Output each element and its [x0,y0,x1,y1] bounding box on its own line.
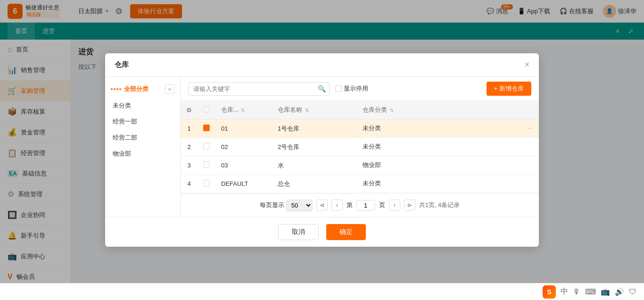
table-header-row: ⚙ 仓库... ⇅ 仓库名称 [181,101,539,119]
modal-header: 仓库 × [105,53,539,77]
category-all-text: 全部分类 [124,85,149,93]
warehouse-modal: 仓库 × 全部分类 « 未分类 经营一部 经 [105,53,539,247]
th-name: 仓库名称 ⇅ [272,101,357,119]
td-num: 4 [181,175,198,193]
td-checkbox[interactable] [198,175,215,193]
category-dots-icon [111,88,121,90]
modal-body: 全部分类 « 未分类 经营一部 经营二部 物业部 🔍 [105,77,539,217]
prev-page-button[interactable]: ‹ [331,200,343,211]
confirm-button[interactable]: 确定 [326,224,366,240]
more-icon[interactable]: ··· [527,124,533,133]
show-disabled-checkbox-box[interactable] [335,85,342,92]
td-name: 2号仓库 [272,138,357,156]
td-name: 水 [272,156,357,175]
td-name: 1号仓库 [272,119,357,138]
warehouse-table-wrap: ⚙ 仓库... ⇅ 仓库名称 [181,101,539,193]
td-checkbox[interactable] [198,138,215,156]
sort-code-icon[interactable]: ⇅ [241,108,245,113]
modal-footer: 取消 确定 [105,217,539,247]
cancel-button[interactable]: 取消 [278,224,319,240]
warehouse-table: ⚙ 仓库... ⇅ 仓库名称 [181,101,539,193]
td-category: 未分类 ··· [357,119,539,138]
category-collapse-button[interactable]: « [165,84,174,94]
category-item-0[interactable]: 未分类 [105,98,180,114]
show-disabled-checkbox[interactable]: 显示停用 [335,84,368,93]
th-category: 仓库分类 ⇅ [357,101,539,119]
td-num: 1 [181,119,198,138]
modal-title: 仓库 [115,60,129,69]
category-item-3[interactable]: 物业部 [105,146,180,162]
chinese-icon[interactable]: 中 [561,287,568,297]
bottom-right: S 中 🎙 ⌨ 📺 🔊 🛡 [543,285,636,299]
show-disabled-label: 显示停用 [344,84,368,93]
td-code: DEFAULT [215,175,272,193]
td-code: 01 [215,119,272,138]
td-name: 总仓 [272,175,357,193]
modal-toolbar: 🔍 显示停用 + 新增仓库 [181,77,539,101]
search-icon[interactable]: 🔍 [318,85,326,92]
th-checkbox [198,101,215,119]
last-page-button[interactable]: ⊳ [404,200,415,211]
category-item-1[interactable]: 经营一部 [105,114,180,130]
per-page-wrap: 每页显示 50 10 20 100 [260,200,313,211]
table-row[interactable]: 3 03 水 物业部 [181,156,539,175]
modal-close-button[interactable]: × [524,60,529,70]
page-prefix: 第 [347,201,353,209]
category-sidebar: 全部分类 « 未分类 经营一部 经营二部 物业部 [105,77,181,217]
td-code: 03 [215,156,272,175]
td-checkbox[interactable] [198,119,215,138]
settings-icon[interactable]: ⚙ [186,107,192,114]
td-num: 3 [181,156,198,175]
modal-overlay: 仓库 × 全部分类 « 未分类 经营一部 经 [0,0,644,300]
search-input[interactable] [188,82,330,96]
keyboard-icon[interactable]: ⌨ [585,287,596,296]
sort-name-icon[interactable]: ⇅ [305,108,309,113]
per-page-label: 每页显示 [260,201,284,209]
s-logo-icon: S [543,285,556,299]
sound-icon[interactable]: 🔊 [615,287,624,296]
category-header: 全部分类 « [105,81,180,98]
category-all-label[interactable]: 全部分类 [111,85,149,93]
th-cat-label: 仓库分类 [363,106,387,113]
per-page-select[interactable]: 50 10 20 100 [286,200,313,211]
mic-icon[interactable]: 🎙 [573,288,580,296]
table-row[interactable]: 1 01 1号仓库 未分类 ··· [181,119,539,138]
td-code: 02 [215,138,272,156]
td-category: 物业部 [357,156,539,175]
th-settings: ⚙ [181,101,198,119]
current-page-input[interactable] [356,200,375,211]
next-page-button[interactable]: › [389,200,400,211]
shield-icon[interactable]: 🛡 [629,288,636,296]
table-row[interactable]: 2 02 2号仓库 未分类 [181,138,539,156]
td-num: 2 [181,138,198,156]
td-category: 未分类 [357,175,539,193]
td-category: 未分类 [357,138,539,156]
pagination: 每页显示 50 10 20 100 ⊲ ‹ 第 页 › ⊳ [181,193,539,217]
th-name-label: 仓库名称 [278,106,302,113]
page-suffix: 页 [379,201,385,209]
first-page-button[interactable]: ⊲ [316,200,328,211]
td-checkbox[interactable] [198,156,215,175]
category-item-2[interactable]: 经营二部 [105,130,180,146]
monitor-icon[interactable]: 📺 [601,287,610,296]
th-code-label: 仓库... [221,106,239,113]
total-info: 共1页, 4条记录 [419,201,460,209]
add-warehouse-button[interactable]: + 新增仓库 [487,82,531,96]
th-code: 仓库... ⇅ [215,101,272,119]
select-all-checkbox[interactable] [203,106,210,113]
search-wrap: 🔍 [188,82,330,96]
table-body: 1 01 1号仓库 未分类 ··· 2 02 2号仓库 未分类 3 03 水 物… [181,119,539,193]
modal-main-content: 🔍 显示停用 + 新增仓库 ⚙ [181,77,539,217]
table-row[interactable]: 4 DEFAULT 总仓 未分类 [181,175,539,193]
sort-cat-icon[interactable]: ⇅ [390,108,394,113]
bottom-bar: S 中 🎙 ⌨ 📺 🔊 🛡 [0,283,644,300]
